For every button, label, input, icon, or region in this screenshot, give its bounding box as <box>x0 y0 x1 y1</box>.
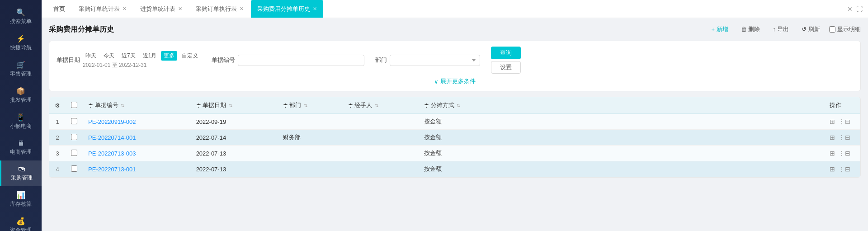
search-icon: 🔍 <box>16 8 25 17</box>
doc-no-link[interactable]: PE-20220714-001 <box>88 134 136 141</box>
row-doc-no: PE-20220713-003 <box>83 146 191 161</box>
row-checkbox[interactable] <box>71 165 77 172</box>
tab-purchase-order-exec[interactable]: 采购订单执行表✕ <box>189 0 250 18</box>
sidebar-item-search[interactable]: 🔍搜索菜单 <box>0 4 42 30</box>
tab-bar-right: ✕ ⛶ <box>847 5 863 13</box>
sidebar-item-finance[interactable]: 💰资金管理 <box>0 212 42 231</box>
row-doc-no: PE-20220919-002 <box>83 114 191 130</box>
retail-icon: 🛒 <box>16 61 25 69</box>
dept-col-header: ≑ 部门 ⇅ <box>278 97 343 114</box>
show-columns-checkbox[interactable] <box>829 26 835 33</box>
row-split-method: 按金额 <box>419 161 824 177</box>
add-button[interactable]: + 新增 <box>708 24 731 35</box>
main-area: 首页采购订单统计表✕进货单统计表✕采购订单执行表✕采购费用分摊单历史✕ ✕ ⛶ … <box>42 0 868 231</box>
doc-no-link[interactable]: PE-20220713-001 <box>88 166 136 173</box>
sidebar-item-ecommerce[interactable]: 🖥电商管理 <box>0 135 42 160</box>
dept-label: 部门 <box>375 56 387 64</box>
sidebar-label-mobile: 小畅电商 <box>10 123 32 130</box>
settings-col-header[interactable]: ⚙ <box>49 97 66 114</box>
tab-close-purchase-order-stats[interactable]: ✕ <box>123 6 127 12</box>
row-actions: ⊞ ⋮⊟ <box>824 161 860 177</box>
table-row: 4 PE-20220713-001 2022-07-13 按金额 ⊞ ⋮⊟ <box>49 161 860 177</box>
edit-icon[interactable]: ⊞ <box>830 118 835 125</box>
sidebar-label-retail: 零售管理 <box>10 70 32 78</box>
doc-no-input[interactable] <box>238 55 364 66</box>
export-button[interactable]: ↑ 导出 <box>769 24 793 35</box>
row-actions: ⊞ ⋮⊟ <box>824 114 860 130</box>
row-handler <box>343 114 419 130</box>
tab-close-inbound-stats[interactable]: ✕ <box>178 6 182 12</box>
edit-icon[interactable]: ⊞ <box>830 165 835 173</box>
more-icon[interactable]: ⋮⊟ <box>839 134 850 141</box>
tab-close-purchase-order-exec[interactable]: ✕ <box>240 6 244 12</box>
doc-no-link[interactable]: PE-20220713-003 <box>88 150 136 157</box>
tab-close-purchase-expense-history[interactable]: ✕ <box>313 6 317 12</box>
select-all-checkbox[interactable] <box>71 102 77 108</box>
sidebar-item-retail[interactable]: 🛒零售管理 <box>0 56 42 82</box>
table-container: ⚙ ≑ 单据编号 ⇅ ≑ 单据日期 ⇅ <box>49 97 861 178</box>
date-buttons: 昨天 今天 近7天 近1月 更多 自定义 <box>83 51 201 61</box>
row-dept <box>278 161 343 177</box>
doc-no-sort-icon[interactable]: ⇅ <box>121 103 124 108</box>
sidebar-item-quicknav[interactable]: ⚡快捷导航 <box>0 30 42 56</box>
dept-select[interactable]: 财务部 <box>390 55 480 66</box>
show-columns-toggle[interactable]: 显示明细 <box>829 25 861 33</box>
tab-purchase-expense-history[interactable]: 采购费用分摊单历史✕ <box>251 0 323 18</box>
dept-filter: 部门 财务部 <box>375 55 480 66</box>
row-doc-date: 2022-07-14 <box>191 130 278 146</box>
content-wrapper: 采购费用分摊单历史 + 新增 🗑 删除 ↑ 导出 ↺ 刷新 显示明细 单据日期 <box>42 18 868 231</box>
date-btn-yesterday[interactable]: 昨天 <box>83 51 99 61</box>
sidebar-item-inventory[interactable]: 📊库存核算 <box>0 186 42 212</box>
row-checkbox[interactable] <box>71 134 77 140</box>
sidebar-item-purchase[interactable]: 🛍采购管理 <box>0 160 42 186</box>
filter-area: 单据日期 昨天 今天 近7天 近1月 更多 自定义 2022-01-01 至 2… <box>49 41 861 91</box>
row-split-method: 按金额 <box>419 114 824 130</box>
finance-icon: 💰 <box>16 217 25 226</box>
edit-icon[interactable]: ⊞ <box>830 134 835 141</box>
date-btn-7days[interactable]: 近7天 <box>119 51 138 61</box>
row-dept <box>278 114 343 130</box>
doc-no-link[interactable]: PE-20220919-002 <box>88 118 136 125</box>
sidebar-label-ecommerce: 电商管理 <box>10 148 32 156</box>
checkbox-col-header <box>66 97 83 114</box>
tab-home[interactable]: 首页 <box>47 0 71 18</box>
date-btn-today[interactable]: 今天 <box>101 51 117 61</box>
tab-inbound-stats[interactable]: 进货单统计表✕ <box>134 0 189 18</box>
doc-date-sort-icon[interactable]: ⇅ <box>229 103 232 108</box>
date-btn-1month[interactable]: 近1月 <box>140 51 160 61</box>
filter-settings-button[interactable]: 设置 <box>491 61 521 74</box>
tab-bar: 首页采购订单统计表✕进货单统计表✕采购订单执行表✕采购费用分摊单历史✕ ✕ ⛶ <box>42 0 868 18</box>
dept-sort-icon[interactable]: ⇅ <box>304 103 307 108</box>
edit-icon[interactable]: ⊞ <box>830 150 835 157</box>
sidebar-item-wholesale[interactable]: 📦批发管理 <box>0 82 42 108</box>
tab-label-home: 首页 <box>53 5 65 13</box>
page-title: 采购费用分摊单历史 <box>49 25 114 34</box>
delete-button[interactable]: 🗑 删除 <box>737 24 764 35</box>
close-window-icon[interactable]: ✕ <box>847 5 853 13</box>
row-checkbox[interactable] <box>71 150 77 156</box>
more-icon[interactable]: ⋮⊟ <box>839 165 850 173</box>
sidebar-item-mobile[interactable]: 📱小畅电商 <box>0 108 42 135</box>
expand-more-btn[interactable]: ∨ 展开更多条件 <box>57 77 853 85</box>
refresh-button[interactable]: ↺ 刷新 <box>798 24 824 35</box>
doc-no-filter: 单据编号 <box>212 55 364 66</box>
more-icon[interactable]: ⋮⊟ <box>839 150 850 157</box>
more-icon[interactable]: ⋮⊟ <box>839 118 850 125</box>
row-dept: 财务部 <box>278 130 343 146</box>
inventory-icon: 📊 <box>16 191 25 199</box>
filter-row: 单据日期 昨天 今天 近7天 近1月 更多 自定义 2022-01-01 至 2… <box>57 47 853 74</box>
sidebar-label-purchase: 采购管理 <box>11 174 33 182</box>
date-btn-custom[interactable]: 自定义 <box>179 51 201 61</box>
row-doc-date: 2022-09-19 <box>191 114 278 130</box>
date-btn-more[interactable]: 更多 <box>161 51 177 61</box>
query-button[interactable]: 查询 <box>491 47 521 59</box>
fullscreen-icon[interactable]: ⛶ <box>856 5 863 13</box>
date-range-display: 2022-01-01 至 2022-12-31 <box>83 61 201 69</box>
handler-sort-icon[interactable]: ⇅ <box>375 103 378 108</box>
split-method-sort-icon[interactable]: ⇅ <box>457 103 460 108</box>
mobile-icon: 📱 <box>16 113 25 122</box>
row-doc-no: PE-20220714-001 <box>83 130 191 146</box>
row-checkbox[interactable] <box>71 118 77 124</box>
tab-purchase-order-stats[interactable]: 采购订单统计表✕ <box>72 0 133 18</box>
action-col-header: 操作 <box>824 97 860 114</box>
